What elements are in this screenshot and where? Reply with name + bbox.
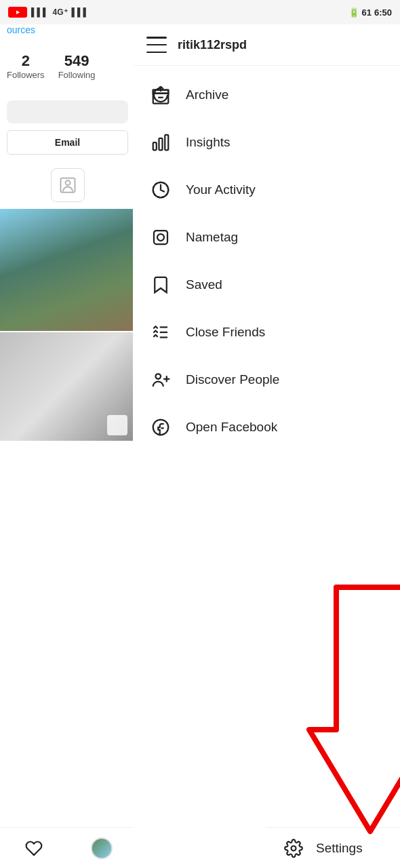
following-label: Following — [58, 70, 96, 80]
svg-rect-8 — [154, 231, 167, 244]
close-friends-icon — [149, 321, 172, 344]
svg-rect-4 — [159, 138, 163, 151]
saved-icon — [149, 273, 172, 296]
facebook-icon — [149, 416, 172, 439]
followers-label: Followers — [7, 70, 45, 80]
menu-item-saved[interactable]: Saved — [133, 261, 400, 309]
settings-label: Settings — [316, 841, 363, 856]
menu-header: ritik112rspd — [133, 24, 400, 66]
signal-icon-2: ▌▌▌ — [72, 7, 89, 17]
youtube-icon — [8, 7, 27, 18]
nametag-label: Nametag — [186, 230, 238, 245]
saved-label: Saved — [186, 277, 222, 292]
menu-item-archive[interactable]: Archive — [133, 71, 400, 119]
status-bar: ▌▌▌ 4G⁺ ▌▌▌ 🔋 61 6:50 — [0, 0, 400, 24]
status-bar-right: 🔋 61 6:50 — [348, 7, 393, 18]
svg-rect-5 — [165, 135, 168, 151]
photo-item-1[interactable] — [0, 209, 133, 331]
stats-row: 2 Followers 549 Following — [0, 45, 135, 94]
arrow-annotation — [296, 580, 400, 838]
settings-icon — [282, 837, 305, 860]
insights-icon — [149, 131, 172, 154]
close-friends-label: Close Friends — [186, 325, 265, 340]
svg-marker-15 — [309, 587, 400, 831]
heart-nav-icon[interactable] — [24, 838, 44, 859]
menu-item-open-facebook[interactable]: Open Facebook — [133, 403, 400, 451]
hamburger-line-1 — [146, 37, 167, 39]
battery-icon: 🔋 — [348, 7, 359, 18]
photo-item-2[interactable] — [0, 332, 133, 441]
following-count: 549 — [64, 52, 89, 70]
right-panel: ritik112rspd Archive — [133, 24, 400, 868]
insights-label: Insights — [186, 135, 230, 150]
svg-point-9 — [157, 234, 164, 241]
network-type: 4G⁺ — [53, 7, 68, 17]
search-box[interactable] — [7, 100, 128, 123]
hamburger-line-3 — [146, 52, 167, 54]
username-display: ritik112rspd — [178, 38, 247, 52]
battery-level: 61 — [362, 7, 372, 18]
resources-link[interactable]: ources — [0, 24, 135, 45]
svg-point-14 — [153, 420, 169, 435]
following-stat: 549 Following — [58, 52, 96, 80]
menu-item-discover-people[interactable]: Discover People — [133, 356, 400, 403]
menu-item-insights[interactable]: Insights — [133, 119, 400, 166]
svg-point-13 — [156, 374, 161, 379]
discover-people-label: Discover People — [186, 372, 279, 387]
profile-pic-placeholder — [51, 168, 85, 202]
archive-label: Archive — [186, 87, 228, 102]
signal-icon: ▌▌▌ — [31, 7, 49, 17]
email-button[interactable]: Email — [7, 130, 128, 155]
photo-grid — [0, 209, 135, 441]
bottom-nav — [0, 827, 136, 868]
menu-item-close-friends[interactable]: Close Friends — [133, 309, 400, 356]
discover-people-icon — [149, 368, 172, 391]
svg-point-1 — [65, 180, 70, 185]
followers-count: 2 — [22, 52, 30, 70]
activity-icon — [149, 178, 172, 201]
hamburger-button[interactable] — [146, 37, 167, 53]
menu-item-nametag[interactable]: Nametag — [133, 214, 400, 261]
menu-item-your-activity[interactable]: Your Activity — [133, 166, 400, 214]
hamburger-line-2 — [146, 44, 167, 46]
svg-point-16 — [292, 846, 296, 850]
open-facebook-label: Open Facebook — [186, 420, 277, 435]
menu-list: Archive Insights — [133, 66, 400, 456]
followers-stat: 2 Followers — [7, 52, 45, 80]
nametag-icon — [149, 226, 172, 249]
archive-icon — [149, 83, 172, 106]
status-bar-left: ▌▌▌ 4G⁺ ▌▌▌ — [8, 7, 89, 18]
left-panel: ources 2 Followers 549 Following Email — [0, 24, 136, 868]
time-display: 6:50 — [374, 7, 392, 18]
activity-label: Your Activity — [186, 182, 256, 197]
svg-rect-3 — [153, 142, 157, 150]
nav-avatar[interactable] — [91, 837, 113, 859]
